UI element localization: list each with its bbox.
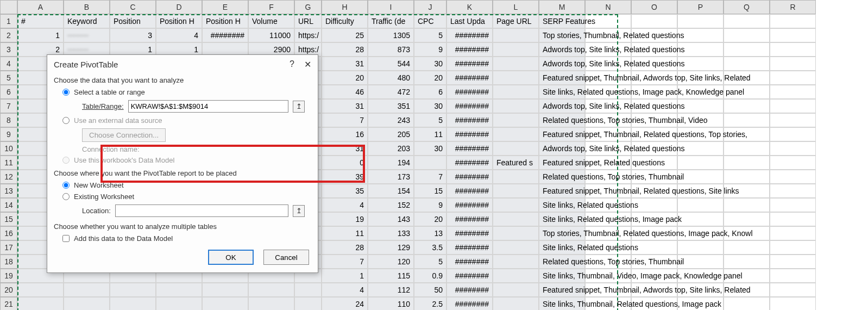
cell[interactable] [493, 57, 539, 71]
cell[interactable] [493, 283, 539, 297]
row-header[interactable]: 21 [0, 297, 17, 310]
cell[interactable] [493, 113, 539, 127]
cell[interactable]: # [17, 14, 64, 28]
column-header[interactable]: M [539, 0, 585, 14]
cell[interactable]: 7 [414, 170, 446, 184]
cell[interactable]: 3.5 [414, 240, 446, 255]
cell[interactable] [677, 240, 724, 255]
cell[interactable] [724, 57, 770, 71]
add-data-model-checkbox[interactable] [62, 235, 70, 242]
row-header[interactable]: 4 [0, 57, 17, 71]
cell[interactable]: 143 [368, 212, 414, 226]
table-range-input[interactable] [128, 100, 288, 113]
row-header[interactable]: 11 [0, 156, 17, 170]
cell[interactable]: Site links, Thumbnail, Related questions… [539, 297, 585, 310]
cell[interactable]: ######## [202, 28, 248, 42]
cell[interactable]: ######## [446, 42, 493, 57]
row-header[interactable]: 17 [0, 240, 17, 255]
column-header[interactable]: H [322, 0, 368, 14]
cell[interactable] [493, 297, 539, 310]
column-header[interactable]: C [110, 0, 156, 14]
cell[interactable]: 30 [414, 57, 446, 71]
cell[interactable]: ######## [446, 141, 493, 156]
cell[interactable] [677, 170, 724, 184]
cell[interactable]: 129 [368, 240, 414, 255]
cell[interactable] [770, 141, 816, 156]
cell[interactable]: 5 [414, 255, 446, 269]
cell[interactable]: Last Upda [446, 14, 493, 28]
cell[interactable]: 110 [368, 297, 414, 310]
external-source-radio[interactable] [62, 117, 70, 124]
cell[interactable]: ######## [446, 198, 493, 212]
cell[interactable]: 9 [414, 198, 446, 212]
cell[interactable]: Adwords top, Site links, Related questio… [539, 141, 585, 156]
cell[interactable] [770, 156, 816, 170]
row-header[interactable]: 3 [0, 42, 17, 57]
cell[interactable]: 472 [368, 85, 414, 99]
cell[interactable]: ######## [446, 170, 493, 184]
cell[interactable]: Adwords top, Site links, Related questio… [539, 99, 585, 113]
cell[interactable] [724, 28, 770, 42]
cell[interactable]: 25 [322, 28, 368, 42]
cell[interactable]: Featured snippet, Thumbnail, Adwords top… [539, 71, 585, 85]
cell[interactable]: Related questions, Top stories, Thumbnai… [539, 113, 585, 127]
cell[interactable]: Position H [156, 14, 202, 28]
cell[interactable]: 0 [322, 156, 368, 170]
cell[interactable]: 9 [414, 42, 446, 57]
cell[interactable] [724, 14, 770, 28]
cell[interactable] [770, 240, 816, 255]
cell[interactable] [770, 170, 816, 184]
row-header[interactable]: 9 [0, 127, 17, 141]
cell[interactable]: 5 [414, 28, 446, 42]
cell[interactable]: 115 [368, 269, 414, 283]
cell[interactable] [493, 269, 539, 283]
cell[interactable]: 7 [322, 255, 368, 269]
cell[interactable]: 11000 [248, 28, 294, 42]
cell[interactable]: 1 [17, 28, 64, 42]
cell[interactable]: ######## [446, 99, 493, 113]
cell[interactable]: 203 [368, 141, 414, 156]
cell[interactable] [770, 226, 816, 240]
cell[interactable]: Related questions, Top stories, Thumbnai… [539, 170, 585, 184]
cell[interactable]: 2.5 [414, 297, 446, 310]
cell[interactable]: 28 [322, 42, 368, 57]
cell[interactable] [724, 297, 770, 310]
cell[interactable]: ######## [446, 127, 493, 141]
cell[interactable] [248, 297, 294, 310]
cell[interactable] [770, 28, 816, 42]
cell[interactable]: ######## [446, 57, 493, 71]
cell[interactable] [770, 198, 816, 212]
cell[interactable] [724, 156, 770, 170]
row-header[interactable]: 5 [0, 71, 17, 85]
column-header[interactable]: P [677, 0, 724, 14]
cell[interactable] [770, 297, 816, 310]
cell[interactable]: ######## [446, 283, 493, 297]
cell[interactable] [493, 141, 539, 156]
cell[interactable]: 20 [414, 212, 446, 226]
cell[interactable]: Featured snippet, Thumbnail, Adwords top… [539, 283, 585, 297]
location-picker-icon[interactable]: ↥ [293, 205, 305, 217]
cell[interactable]: Featured snippet, Thumbnail, Related que… [539, 127, 585, 141]
cell[interactable] [724, 198, 770, 212]
cell[interactable]: 30 [414, 99, 446, 113]
location-input[interactable] [115, 204, 288, 217]
cell[interactable]: ######## [446, 269, 493, 283]
cell[interactable]: 31 [322, 141, 368, 156]
column-header[interactable]: D [156, 0, 202, 14]
cell[interactable] [493, 198, 539, 212]
cell[interactable]: ######## [446, 85, 493, 99]
cell[interactable]: 173 [368, 170, 414, 184]
help-icon[interactable]: ? [290, 59, 294, 70]
cell[interactable] [770, 255, 816, 269]
row-header[interactable]: 12 [0, 170, 17, 184]
cell[interactable] [493, 212, 539, 226]
cell[interactable]: ######## [446, 184, 493, 198]
cell[interactable]: 39 [322, 170, 368, 184]
row-header[interactable]: 1 [0, 14, 17, 28]
cell[interactable] [493, 42, 539, 57]
row-header[interactable]: 13 [0, 184, 17, 198]
cell[interactable] [724, 240, 770, 255]
column-header[interactable]: F [248, 0, 294, 14]
cell[interactable] [770, 99, 816, 113]
cell[interactable] [64, 297, 110, 310]
